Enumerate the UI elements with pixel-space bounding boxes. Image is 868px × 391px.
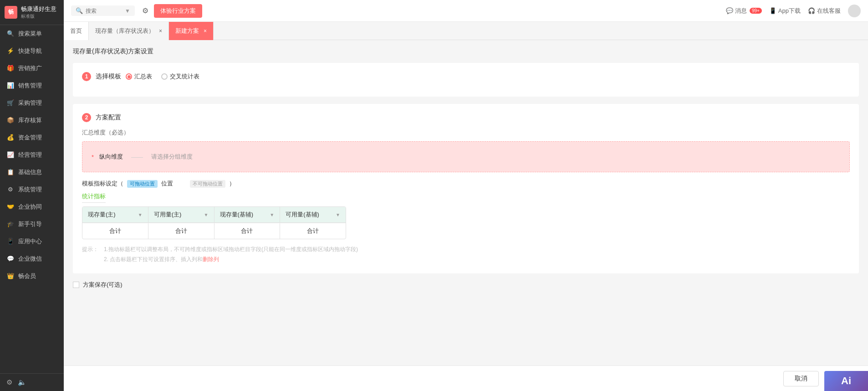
sidebar-item-4[interactable]: 🛒采购管理 [0, 94, 64, 112]
online-service-item[interactable]: 🎧 在线客服 [808, 7, 841, 15]
sidebar-item-12[interactable]: 📱应用中心 [0, 233, 64, 250]
stats-table: 现存量(主)▼可用量(主)▼现存量(基辅)▼可用量(基辅)▼ 合计合计合计合计 [82, 206, 346, 239]
sidebar-item-9[interactable]: ⚙系统管理 [0, 181, 64, 198]
step2-card: 2 方案配置 汇总维度（必选） * 纵向维度 —— 请选择分组维度 模板指标设定… [73, 104, 859, 273]
search-box[interactable]: 🔍 ▼ [71, 5, 135, 16]
sidebar-icon-14: 👑 [6, 272, 15, 280]
sidebar-icon-12: 📱 [6, 237, 15, 246]
required-mark: * [92, 154, 94, 160]
dimension-box[interactable]: * 纵向维度 —— 请选择分组维度 [82, 141, 850, 172]
sidebar-bottom: ⚙ 🔈 [0, 373, 64, 391]
radio-cross-circle [161, 73, 168, 80]
cancel-button[interactable]: 取消 [783, 371, 819, 386]
step2-title: 方案配置 [96, 113, 121, 122]
sidebar-item-1[interactable]: ⚡快捷导航 [0, 42, 64, 60]
sidebar-icon-10: 🤝 [6, 203, 15, 211]
search-dropdown-icon[interactable]: ▼ [125, 8, 130, 14]
tabbar: 首页 现存量（库存状况表） × 新建方案 × [64, 22, 868, 40]
sidebar-item-14[interactable]: 👑畅会员 [0, 268, 64, 285]
sidebar-logo: 畅 畅康通好生意 标准版 [0, 0, 64, 25]
message-icon: 💬 [726, 7, 733, 14]
non-draggable-badge: 不可拖动位置 [190, 180, 225, 188]
stats-table-header: 现存量(主)▼可用量(主)▼现存量(基辅)▼可用量(基辅)▼ [82, 207, 346, 223]
sidebar-item-13[interactable]: 💬企业微信 [0, 250, 64, 268]
topbar-right: 💬 消息 99+ 📱 App下载 🎧 在线客服 [726, 5, 861, 17]
main-area: 🔍 ▼ ⚙ 体验行业方案 💬 消息 99+ 📱 App下载 🎧 在线客服 [64, 0, 868, 391]
col-dropdown-icon-2[interactable]: ▼ [270, 212, 274, 217]
tab-new-plan[interactable]: 新建方案 × [169, 22, 214, 40]
topbar-gear-icon[interactable]: ⚙ [142, 6, 148, 15]
stats-cell-row0-1: 合计 [148, 223, 214, 239]
search-input[interactable] [86, 8, 122, 14]
ai-badge[interactable]: Ai [824, 371, 868, 391]
dimension-placeholder: 请选择分组维度 [151, 153, 193, 161]
page-title: 现存量(库存状况表)方案设置 [73, 47, 859, 56]
sidebar: 畅 畅康通好生意 标准版 🔍搜索菜单⚡快捷导航🎁营销推广📊销售管理🛒采购管理📦库… [0, 0, 64, 391]
sidebar-item-8[interactable]: 📋基础信息 [0, 164, 64, 181]
experience-button[interactable]: 体验行业方案 [154, 4, 202, 18]
sidebar-item-10[interactable]: 🤝企业协同 [0, 198, 64, 216]
dimension-section-label: 汇总维度（必选） [82, 129, 850, 137]
sidebar-item-5[interactable]: 📦库存核算 [0, 112, 64, 129]
sidebar-icon-11: 🎓 [6, 220, 15, 228]
message-badge: 99+ [750, 8, 762, 14]
speaker-icon[interactable]: 🔈 [18, 378, 26, 386]
sidebar-item-0[interactable]: 🔍搜索菜单 [0, 25, 64, 42]
avatar[interactable] [848, 5, 861, 17]
settings-icon[interactable]: ⚙ [6, 378, 12, 386]
save-label: 方案保存(可选) [83, 281, 123, 289]
logo-icon: 畅 [5, 6, 17, 19]
sidebar-icon-3: 📊 [6, 82, 15, 90]
col-dropdown-icon-0[interactable]: ▼ [138, 212, 143, 217]
sidebar-item-6[interactable]: 💰资金管理 [0, 129, 64, 146]
sidebar-icon-0: 🔍 [6, 30, 15, 38]
sidebar-nav: 🔍搜索菜单⚡快捷导航🎁营销推广📊销售管理🛒采购管理📦库存核算💰资金管理📈经营管理… [0, 25, 64, 373]
sidebar-icon-8: 📋 [6, 168, 15, 176]
col-dropdown-icon-1[interactable]: ▼ [204, 212, 209, 217]
sidebar-item-2[interactable]: 🎁营销推广 [0, 60, 64, 77]
tab-inventory[interactable]: 现存量（库存状况表） × [89, 22, 169, 40]
step1-header: 1 选择模板 汇总表 交叉统计表 [82, 72, 850, 81]
draggable-badge: 可拖动位置 [127, 180, 158, 188]
stats-title: 统计指标 [82, 192, 106, 203]
sidebar-icon-9: ⚙ [6, 185, 15, 194]
sidebar-icon-6: 💰 [6, 134, 15, 142]
template-radio-group: 汇总表 交叉统计表 [126, 72, 199, 81]
sidebar-icon-4: 🛒 [6, 99, 15, 107]
stats-section: 统计指标 现存量(主)▼可用量(主)▼现存量(基辅)▼可用量(基辅)▼ 合计合计… [82, 192, 850, 239]
step1-num: 1 [82, 72, 91, 81]
stats-col-2[interactable]: 现存量(基辅)▼ [214, 207, 281, 222]
tab-inventory-close[interactable]: × [159, 28, 162, 34]
stats-cell-row0-0: 合计 [82, 223, 148, 239]
save-section: 方案保存(可选) [73, 281, 859, 289]
search-icon: 🔍 [76, 7, 83, 14]
tab-home[interactable]: 首页 [64, 22, 89, 40]
stats-col-0[interactable]: 现存量(主)▼ [82, 207, 148, 222]
sidebar-icon-1: ⚡ [6, 47, 15, 55]
dimension-line: —— [131, 154, 143, 160]
phone-icon: 📱 [769, 7, 776, 14]
sidebar-item-11[interactable]: 🎓新手引导 [0, 216, 64, 233]
sidebar-item-7[interactable]: 📈经营管理 [0, 146, 64, 164]
stats-table-row: 合计合计合计合计 [82, 223, 346, 239]
stats-col-3[interactable]: 可用量(基辅)▼ [280, 207, 346, 222]
radio-cross[interactable]: 交叉统计表 [161, 72, 199, 81]
save-checkbox[interactable] [73, 282, 79, 288]
app-download-item[interactable]: 📱 App下载 [769, 7, 801, 15]
metric-settings-label: 模板指标设定（ 可拖动位置 位置 不可拖动位置 ） [82, 180, 850, 188]
logo-text: 畅康通好生意 标准版 [21, 5, 56, 19]
dimension-label: 纵向维度 [99, 153, 123, 161]
sidebar-icon-5: 📦 [6, 116, 15, 124]
radio-summary[interactable]: 汇总表 [126, 72, 152, 81]
col-dropdown-icon-3[interactable]: ▼ [336, 212, 340, 217]
stats-cell-row0-3: 合计 [280, 223, 346, 239]
stats-col-1[interactable]: 可用量(主)▼ [148, 207, 214, 222]
sidebar-icon-7: 📈 [6, 151, 15, 159]
step1-title: 选择模板 [96, 72, 121, 81]
sidebar-item-3[interactable]: 📊销售管理 [0, 77, 64, 94]
message-item[interactable]: 💬 消息 99+ [726, 7, 762, 15]
bottom-bar: 取消 查询 [64, 365, 868, 391]
step1-card: 1 选择模板 汇总表 交叉统计表 [73, 63, 859, 97]
tab-new-plan-close[interactable]: × [204, 28, 207, 34]
headset-icon: 🎧 [808, 7, 815, 14]
